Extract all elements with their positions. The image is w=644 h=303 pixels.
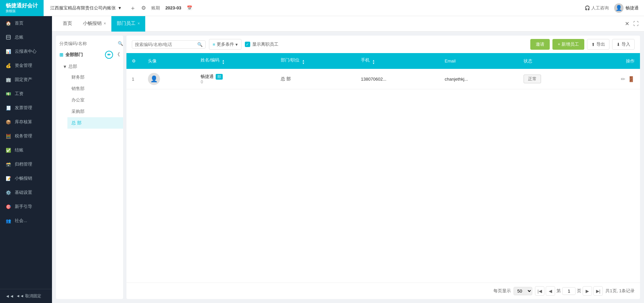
dept-all-label[interactable]: 全部部门	[65, 52, 83, 58]
tab-expense[interactable]: 小畅报销 ×	[77, 16, 111, 32]
delete-icon[interactable]: 🚪	[628, 76, 635, 82]
page-input-wrap: 第 页	[556, 287, 581, 295]
sidebar-unpin-button[interactable]: ◄◄ ◄◄ 取消固定	[0, 289, 52, 303]
search-icon[interactable]: 🔍	[197, 42, 203, 47]
sidebar-label-social: 社会...	[15, 218, 27, 224]
export-button[interactable]: ⬆ 导出	[587, 39, 609, 50]
page-first-button[interactable]: |◀	[535, 286, 544, 296]
dept-grid-icon: ⊞	[59, 52, 63, 57]
chevron-down-icon: ▼	[118, 6, 122, 10]
page-last-button[interactable]: ▶|	[593, 286, 603, 296]
top-bar-right: 🎧 人工咨询 👤 畅捷通	[585, 3, 639, 13]
show-resign-checkbox[interactable]: ✓	[245, 42, 250, 47]
employee-search-input[interactable]	[135, 42, 195, 47]
tab-expense-close[interactable]: ×	[104, 21, 106, 26]
sidebar-item-archive[interactable]: 🗃️ 归档管理	[0, 157, 52, 171]
more-filter-button[interactable]: ≡ 更多条件 ▾	[209, 39, 241, 50]
company-selector[interactable]: 江西服宝精品有限责任公司内账张 ▼	[48, 4, 124, 12]
sidebar-item-checkout[interactable]: ✅ 结账	[0, 143, 52, 157]
sidebar-item-reports[interactable]: 📊 云报表中心	[0, 44, 52, 58]
dept-search-icon[interactable]: 🔍	[118, 41, 123, 46]
sidebar-item-ledger[interactable]: 总账	[0, 30, 52, 44]
top-bar-actions: ＋ ⚙ 账期 2023-03 📅	[130, 4, 192, 12]
avatar-person-icon: 👤	[150, 75, 158, 83]
dept-triangle-icon: ▼	[63, 64, 67, 69]
company-name: 江西服宝精品有限责任公司内账张	[50, 5, 116, 11]
settings-icon[interactable]: ⚙	[141, 5, 146, 11]
dept-node-sales[interactable]: 销售部	[67, 83, 123, 94]
page-input[interactable]	[562, 287, 576, 295]
sidebar-item-assets[interactable]: 🏢 固定资产	[0, 73, 52, 87]
dept-node-purchase[interactable]: 采购部	[67, 106, 123, 117]
headset-icon: 🎧	[585, 5, 590, 10]
logo-sub-text: 旗舰版	[6, 9, 38, 13]
dept-search-input[interactable]	[59, 41, 116, 46]
row-name-code: 畅捷通 部 0	[195, 69, 275, 89]
dept-panel: 🔍 ⊞ 全部部门 ✏ 《 ▼ 总部	[56, 36, 123, 299]
unpin-label: ◄◄ 取消固定	[16, 293, 41, 299]
dept-node-finance[interactable]: 财务部	[67, 72, 123, 83]
sidebar-label-checkout: 结账	[15, 147, 23, 153]
avatar-circle: 👤	[148, 73, 160, 85]
invite-button[interactable]: 邀请	[530, 39, 550, 50]
service-button[interactable]: 🎧 人工咨询	[585, 5, 609, 11]
calendar-icon[interactable]: 📅	[187, 5, 192, 10]
tab-home[interactable]: 首页	[57, 16, 77, 32]
col-name-code[interactable]: 姓名/编码 ▲▼	[195, 53, 275, 69]
filter-label: 更多条件	[217, 41, 234, 47]
two-panel: 🔍 ⊞ 全部部门 ✏ 《 ▼ 总部	[56, 36, 640, 299]
col-dept-label: 部门/职位	[281, 57, 300, 62]
sidebar-item-settings[interactable]: ⚙️ 基础设置	[0, 185, 52, 200]
employee-name: 畅捷通	[201, 74, 214, 80]
add-tab-button[interactable]: ＋	[130, 4, 136, 12]
employee-code: 0	[201, 80, 270, 84]
col-dept-position[interactable]: 部门/职位 ▲▼	[275, 53, 356, 69]
sidebar-label-invoice: 发票管理	[15, 105, 32, 111]
sidebar-item-finance[interactable]: 💰 资金管理	[0, 58, 52, 73]
sidebar-item-tax[interactable]: 🧮 税务管理	[0, 129, 52, 143]
sidebar-label-salary: 工资	[15, 91, 23, 97]
edit-icon[interactable]: ✏	[621, 76, 625, 82]
inventory-icon: 📦	[5, 119, 11, 125]
sidebar-label-finance: 资金管理	[15, 62, 32, 69]
sidebar-item-expense[interactable]: 📝 小畅报销	[0, 171, 52, 185]
tab-employees-close[interactable]: ×	[138, 21, 140, 26]
show-resign-label: 显示离职员工	[252, 41, 278, 47]
user-info[interactable]: 👤 畅捷通	[614, 3, 639, 13]
col-settings[interactable]: ⚙	[126, 53, 143, 69]
service-label: 人工咨询	[591, 5, 609, 11]
dept-all-header: ⊞ 全部部门 ✏ 《	[56, 48, 123, 61]
table-body: 1 👤 畅捷通	[126, 69, 640, 89]
action-btns: ✏ 🚪	[589, 76, 635, 82]
tab-employees[interactable]: 部门员工 ×	[111, 16, 145, 32]
sidebar-label-tax: 税务管理	[15, 133, 32, 139]
col-phone[interactable]: 手机 ▲▼	[356, 53, 439, 69]
sidebar-item-social[interactable]: 👥 社会...	[0, 214, 52, 228]
table-header: ⚙ 头像 姓名/编码 ▲▼ 部门/职位 ▲▼	[126, 53, 640, 69]
sidebar-item-salary[interactable]: 💵 工资	[0, 87, 52, 101]
filter-icon: ≡	[213, 42, 215, 47]
add-employee-button[interactable]: + 新增员工	[552, 39, 584, 50]
name-wrap: 畅捷通 部	[201, 74, 270, 80]
sidebar-item-guide[interactable]: 🎯 新手引导	[0, 200, 52, 214]
sidebar-label-expense: 小畅报销	[15, 175, 32, 181]
import-button[interactable]: ⬇ 导入	[612, 39, 635, 50]
dept-collapse-icon[interactable]: 《	[115, 52, 120, 58]
close-tab-button[interactable]: ✕	[625, 20, 629, 27]
social-icon: 👥	[5, 218, 11, 224]
dept-node-office[interactable]: 办公室	[67, 94, 123, 106]
page-prev-button[interactable]: ◀	[546, 286, 555, 296]
main-panel: 🔍 ≡ 更多条件 ▾ ✓ 显示离职员工	[126, 36, 640, 299]
sidebar-item-home[interactable]: 🏠 首页	[0, 16, 52, 30]
dept-node-general[interactable]: 总 部	[67, 117, 123, 129]
dept-edit-button[interactable]: ✏	[105, 51, 113, 59]
pagination-bar: 每页显示 50 100 200 |◀ ◀ 第	[126, 283, 640, 299]
assets-icon: 🏢	[5, 77, 11, 83]
sidebar-item-inventory[interactable]: 📦 库存核算	[0, 115, 52, 129]
expand-tab-button[interactable]: ⛶	[633, 21, 639, 27]
dept-root-label: 总部	[68, 63, 77, 70]
per-page-select[interactable]: 50 100 200	[514, 287, 532, 295]
settings-side-icon: ⚙️	[5, 189, 11, 196]
page-next-button[interactable]: ▶	[583, 286, 592, 296]
sidebar-item-invoice[interactable]: 🧾 发票管理	[0, 101, 52, 115]
